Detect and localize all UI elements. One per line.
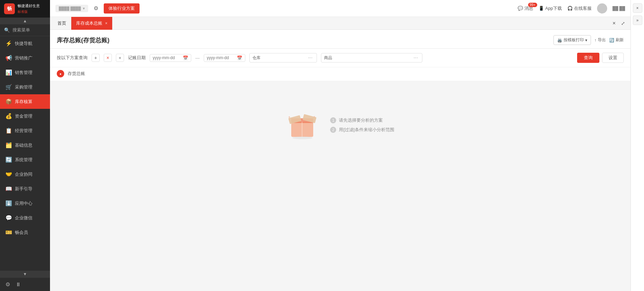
sidebar-scroll-up[interactable]: ▲ [0,18,50,24]
filter-bar: 按以下方案查询 + × « 记账日期 📅 — 📅 仓库 ··· 商品 ··· [50,49,630,67]
calendar-end-icon[interactable]: 📅 [237,55,242,60]
tab-panel-expand-btn[interactable]: ⤢ [618,19,628,27]
tab-panel-close-btn[interactable]: × [610,19,618,28]
empty-tip-1: 1 请先选择要分析的方案 [330,117,394,123]
page-header: 库存总账(存货总账) 🖨️ 按模板打印 ▾ ↑ 导出 🔄 刷新 [50,30,630,49]
topbar-gear-button[interactable]: ⚙ [91,4,101,13]
right-panel-expand-btn[interactable]: » [633,16,642,25]
sidebar-item-quick-nav[interactable]: ⚡ 快捷导航 [0,36,50,51]
sidebar-item-apps[interactable]: ⬇️ 应用中心 [0,196,50,211]
sidebar-item-purchase[interactable]: 🛒 采购管理 [0,80,50,94]
tab-close-btn[interactable]: × [105,21,107,26]
messages-badge: 99+ [528,3,537,7]
goods-select[interactable]: 商品 ··· [321,53,422,63]
gear-icon[interactable]: ⚙ [5,281,10,288]
avatar[interactable] [597,3,607,14]
printer-icon: 🖨️ [557,38,562,43]
messages-btn[interactable]: 💬 消息 99+ [518,5,533,11]
right-panel-close-btn[interactable]: × [633,3,642,13]
export-icon: ↑ [594,38,596,43]
sidebar-item-label: 采购管理 [15,84,32,90]
empty-state-content: ✦ ✦ 1 请先选择要分析的方案 2 用[过滤]条件来缩小分析范围 [286,108,394,142]
service-icon: 🎧 [567,6,573,11]
sidebar-item-capital[interactable]: 💰 资金管理 [0,109,50,123]
sidebar-item-inventory[interactable]: 📦 库存核算 [0,94,50,109]
sidebar-item-cooperation[interactable]: 🤝 企业协同 [0,167,50,181]
filter-collapse-btn[interactable]: × [104,54,112,62]
sidebar-item-operation[interactable]: 📋 经营管理 [0,123,50,138]
export-label: 导出 [598,37,606,43]
page-actions: 🖨️ 按模板打印 ▾ ↑ 导出 🔄 刷新 [553,35,624,45]
date-start-field[interactable]: 📅 [150,54,191,62]
sub-filter-icon: ● [57,70,64,77]
industry-btn[interactable]: 体验行业方案 [104,3,140,14]
app-download-btn[interactable]: 📱 App下载 [539,5,562,11]
sidebar-item-label: 畅会员 [15,229,28,236]
svg-text:✦: ✦ [288,115,291,119]
settings-btn[interactable]: 设置 [602,53,624,63]
marketing-icon: 📢 [5,55,11,61]
sidebar-item-label: 快捷导航 [15,41,32,47]
print-btn[interactable]: 🖨️ 按模板打印 ▾ [553,35,591,45]
warehouse-select[interactable]: 仓库 ··· [249,53,317,63]
svg-point-5 [292,137,313,139]
dropdown-icon: ▾ [83,6,85,11]
sound-icon[interactable]: ⏸ [16,282,21,288]
topbar-right: 💬 消息 99+ 📱 App下载 🎧 在线客服 ██ ██ [518,3,625,14]
sidebar-footer: ⚙ ⏸ [0,277,50,291]
operation-icon: 📋 [5,127,11,134]
sub-filter-item-ledger[interactable]: 存货总账 [68,71,85,77]
sidebar-item-system[interactable]: 🔄 系统管理 [0,152,50,167]
calendar-start-icon[interactable]: 📅 [183,55,188,60]
warehouse-dots-btn[interactable]: ··· [307,55,314,61]
date-end-input[interactable] [207,55,236,60]
refresh-btn[interactable]: 🔄 刷新 [609,37,624,43]
filter-expand-btn[interactable]: « [116,54,124,62]
topbar-left: ████ ████ ▾ ⚙ 体验行业方案 [55,3,518,14]
sidebar-item-wechat[interactable]: 💬 企业微信 [0,211,50,225]
vip-icon: 🎫 [5,229,11,236]
tab-home[interactable]: 首页 [53,17,71,30]
sidebar-item-marketing[interactable]: 📢 营销推广 [0,51,50,65]
date-start-input[interactable] [153,55,181,60]
sidebar-search[interactable]: 🔍 搜索菜单 [0,24,50,36]
sidebar-item-label: 应用中心 [15,200,32,207]
sales-icon: 📊 [5,69,11,76]
basic-icon: 🗂️ [5,142,11,148]
sidebar-item-label: 营销推广 [15,55,32,61]
sidebar-item-vip[interactable]: 🎫 畅会员 [0,225,50,240]
empty-tip-2: 2 用[过滤]条件来缩小分析范围 [330,127,394,133]
export-btn[interactable]: ↑ 导出 [594,37,606,43]
refresh-icon: 🔄 [609,38,614,43]
sidebar-scroll-down[interactable]: ▼ [0,271,50,277]
home-tab-label: 首页 [57,20,66,26]
tip-text-1: 请先选择要分析的方案 [339,117,383,123]
refresh-label: 刷新 [616,37,624,43]
account-name: ████ ████ [59,6,81,10]
tip-num-2: 2 [330,127,336,133]
query-btn[interactable]: 查询 [577,53,599,63]
search-icon: 🔍 [4,27,10,33]
cooperation-icon: 🤝 [5,171,11,177]
right-panel: × » [630,0,644,291]
sidebar-item-label: 企业微信 [15,215,32,221]
date-end-field[interactable]: 📅 [204,54,245,62]
service-btn[interactable]: 🎧 在线客服 [567,5,592,11]
filter-add-btn[interactable]: + [92,54,100,62]
empty-state: ✦ ✦ 1 请先选择要分析的方案 2 用[过滤]条件来缩小分析范围 [50,81,630,169]
tab-inventory-ledger[interactable]: 库存成本总账 × [71,17,113,30]
topbar-account[interactable]: ████ ████ ▾ [55,5,88,12]
goods-dots-btn[interactable]: ··· [412,55,419,61]
sidebar-item-basic[interactable]: 🗂️ 基础信息 [0,138,50,152]
capital-icon: 💰 [5,113,11,119]
sidebar-item-sales[interactable]: 📊 销售管理 [0,65,50,80]
warehouse-label: 仓库 [252,55,307,61]
print-label: 按模板打印 [564,37,584,43]
purchase-icon: 🛒 [5,84,11,90]
sidebar-item-beginner[interactable]: 📖 新手引导 [0,181,50,196]
tip-num-1: 1 [330,117,336,123]
sidebar-item-label: 基础信息 [15,142,32,148]
quick-nav-icon: ⚡ [5,40,11,47]
tip-text-2: 用[过滤]条件来缩小分析范围 [339,127,394,133]
empty-illustration: ✦ ✦ [286,108,320,142]
